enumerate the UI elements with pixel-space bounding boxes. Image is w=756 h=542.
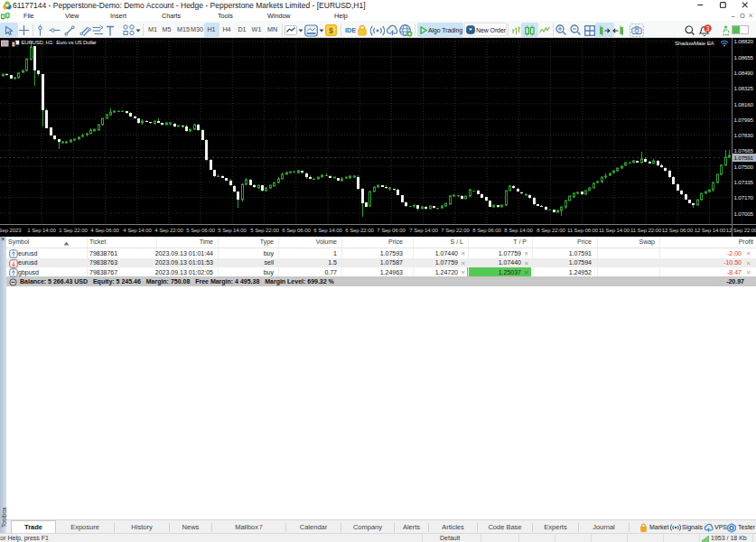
svg-text:$: $ [328, 26, 332, 35]
svg-text:3: 3 [705, 25, 709, 32]
